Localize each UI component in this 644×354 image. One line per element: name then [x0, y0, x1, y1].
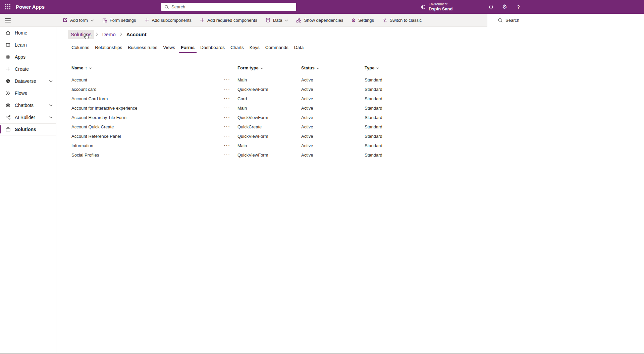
column-header-type[interactable]: Type [365, 65, 418, 70]
table-row[interactable]: Account Reference Panel ··· QuickViewFor… [71, 131, 644, 141]
command-search-button[interactable]: Search [487, 14, 644, 27]
row-more-options-button[interactable]: ··· [224, 135, 237, 137]
notifications-button[interactable] [484, 0, 498, 14]
breadcrumb-solutions[interactable]: Solutions [68, 30, 94, 39]
form-name-link[interactable]: Account Card form [71, 96, 224, 101]
sidebar-item-home[interactable]: Home [0, 27, 56, 39]
show-dependencies-button[interactable]: Show dependencies [296, 14, 343, 27]
data-button[interactable]: Data [265, 14, 288, 27]
row-more-options-button[interactable]: ··· [224, 144, 237, 147]
plus-icon [5, 66, 11, 72]
form-name-link[interactable]: Account Reference Panel [71, 134, 224, 139]
database-icon [265, 17, 271, 23]
form-type-cell: Card [237, 96, 301, 101]
app-title[interactable]: Power Apps [16, 4, 45, 10]
app-launcher-button[interactable] [0, 0, 16, 14]
add-subcomponents-button[interactable]: Add subcomponents [144, 14, 192, 27]
nav-toggle-button[interactable] [0, 14, 15, 27]
form-name-link[interactable]: Account Hierarchy Tile Form [71, 115, 224, 120]
breadcrumb-demo[interactable]: Demo [100, 30, 118, 39]
row-more-options-button[interactable]: ··· [224, 97, 237, 100]
hamburger-icon [5, 18, 11, 22]
gear-icon: ⚙ [502, 4, 507, 10]
tab[interactable]: Relationships [93, 44, 124, 53]
form-name-link[interactable]: Information [71, 143, 224, 148]
table-row[interactable]: Account Card form ··· Card Active Standa… [71, 94, 644, 103]
form-name-link[interactable]: Social Profiles [71, 153, 224, 158]
settings-command-button[interactable]: ⚙ Settings [351, 14, 374, 27]
sidebar-item-learn[interactable]: Learn [0, 39, 56, 51]
table-row[interactable]: Account Quick Create ··· QuickCreate Act… [71, 122, 644, 131]
form-type-cell: QuickCreate [237, 124, 301, 129]
tab[interactable]: Forms [179, 44, 197, 53]
sidebar-item-chatbots[interactable]: Chatbots [0, 99, 56, 111]
status-cell: Active [301, 96, 365, 101]
left-nav: Home Learn Apps Create Dataverse Flows [0, 27, 56, 353]
type-cell: Standard [365, 115, 418, 120]
form-name-link[interactable]: Account [71, 77, 224, 82]
row-more-options-button[interactable]: ··· [224, 107, 237, 109]
waffle-icon [5, 4, 10, 9]
row-more-options-button[interactable]: ··· [224, 154, 237, 156]
form-name-link[interactable]: account card [71, 87, 224, 92]
chevron-down-icon [89, 67, 92, 69]
type-cell: Standard [365, 96, 418, 101]
sidebar-item-apps[interactable]: Apps [0, 51, 56, 63]
sidebar-item-dataverse[interactable]: Dataverse [0, 75, 56, 87]
topbar-search[interactable] [161, 3, 296, 11]
tab-label: Business rules [128, 45, 157, 50]
form-settings-button[interactable]: Form settings [102, 14, 136, 27]
tab[interactable]: Keys [248, 44, 262, 53]
row-more-options-button[interactable]: ··· [224, 88, 237, 91]
breadcrumb: Solutions Demo Account [68, 29, 644, 39]
table-row[interactable]: account card ··· QuickViewForm Active St… [71, 84, 644, 94]
table-row[interactable]: Account for Interactive experience ··· M… [71, 103, 644, 113]
sidebar-item-label: Learn [15, 42, 53, 48]
environment-switcher[interactable]: Environment Dspin Sand [421, 0, 453, 14]
form-type-cell: QuickViewForm [237, 153, 301, 158]
tab[interactable]: Dashboards [198, 44, 227, 53]
sidebar-item-label: Create [15, 66, 53, 72]
column-label: Name [71, 65, 83, 70]
command-label: Switch to classic [390, 18, 422, 23]
switch-to-classic-button[interactable]: Switch to classic [382, 14, 422, 27]
sidebar-item-ai-builder[interactable]: AI Builder [0, 111, 56, 123]
home-icon [5, 30, 11, 36]
table-row[interactable]: Social Profiles ··· QuickViewForm Active… [71, 150, 644, 160]
topbar-search-input[interactable] [171, 4, 293, 9]
column-header-form-type[interactable]: Form type [237, 65, 301, 70]
form-name-link[interactable]: Account for Interactive experience [71, 106, 224, 111]
column-header-name[interactable]: Name ↑ [71, 65, 224, 70]
table-row[interactable]: Information ··· Main Active Standard [71, 141, 644, 150]
tab[interactable]: Views [161, 44, 177, 53]
apps-grid-icon [5, 54, 11, 60]
tab[interactable]: Business rules [126, 44, 159, 53]
sidebar-item-solutions[interactable]: Solutions [0, 123, 56, 135]
row-more-options-button[interactable]: ··· [224, 116, 237, 119]
type-cell: Standard [365, 87, 418, 92]
sidebar-item-label: Dataverse [15, 78, 45, 84]
type-cell: Standard [365, 124, 418, 129]
table-row[interactable]: Account Hierarchy Tile Form ··· QuickVie… [71, 113, 644, 122]
row-more-options-button[interactable]: ··· [224, 78, 237, 81]
column-header-status[interactable]: Status [301, 65, 365, 70]
table-row[interactable]: Account ··· Main Active Standard [71, 75, 644, 84]
tab[interactable]: Data [292, 44, 306, 53]
tab[interactable]: Charts [228, 44, 246, 53]
tab[interactable]: Commands [263, 44, 290, 53]
form-name-link[interactable]: Account Quick Create [71, 124, 224, 129]
type-cell: Standard [365, 134, 418, 139]
settings-button[interactable]: ⚙ [498, 0, 512, 14]
sidebar-item-flows[interactable]: Flows [0, 87, 56, 99]
chevron-down-icon [49, 116, 53, 119]
add-required-components-button[interactable]: Add required components [200, 14, 257, 27]
status-cell: Active [301, 115, 365, 120]
tab[interactable]: Columns [69, 44, 91, 53]
add-form-button[interactable]: Add form [62, 14, 94, 27]
row-more-options-button[interactable]: ··· [224, 125, 237, 128]
sidebar-item-create[interactable]: Create [0, 63, 56, 75]
chevron-right-icon [96, 33, 98, 36]
help-button[interactable]: ? [512, 0, 525, 14]
dependencies-icon [296, 17, 302, 23]
topbar-actions: ⚙ ? [484, 0, 525, 14]
